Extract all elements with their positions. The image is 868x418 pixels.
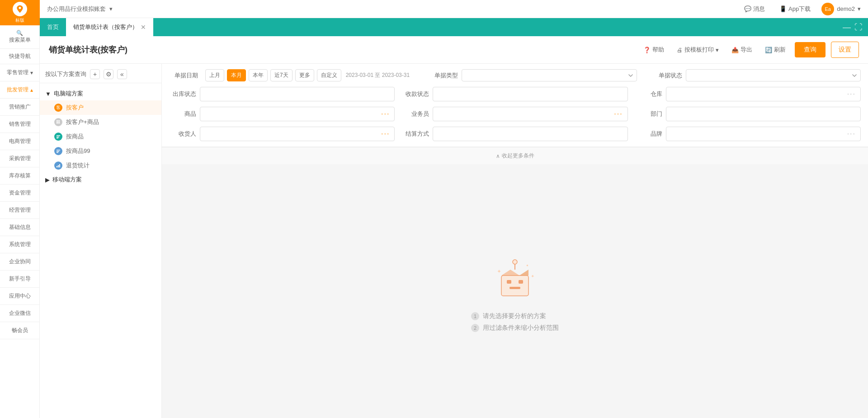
export-label: 导出 [741,46,752,54]
minimize-icon[interactable]: — [843,23,851,32]
collapse-panel-btn[interactable]: « [117,69,127,79]
order-type-label: 单据类型 [429,71,458,80]
date-btn-this-month[interactable]: 本月 [227,69,246,81]
svg-rect-11 [57,166,57,167]
filter-cell-brand: 品牌 ··· [635,127,861,141]
salesperson-dots: ··· [614,110,623,118]
payment-status-select[interactable] [433,87,627,101]
svg-rect-8 [57,150,60,151]
goods-scheme-icon [54,133,62,141]
settings-button[interactable]: 设置 [831,42,859,58]
filter-row-3: 商品 ··· 业务员 ··· 部门 [169,107,861,121]
dropdown-icon[interactable]: ▾ [109,5,113,12]
settlement-select[interactable] [433,127,627,141]
tree-child-goods[interactable]: 按商品 [40,129,161,144]
user-profile[interactable]: Ea demo2 ▾ [821,3,861,15]
date-btn-more[interactable]: 更多 [295,69,314,81]
date-btn-last-month[interactable]: 上月 [205,69,224,81]
query-button[interactable]: 查询 [795,42,826,57]
mobile-section-label: 移动端方案 [52,176,82,184]
hint2-num: 2 [471,324,479,332]
tab-sales-stats[interactable]: 销货单统计表（按客户） ✕ [66,18,153,36]
goods-filter-label: 商品 [169,110,196,118]
tab-close-icon[interactable]: ✕ [141,24,146,30]
date-btn-7days[interactable]: 近7天 [270,69,292,81]
tree-section: ▼ 电脑端方案 客 按客户 [40,83,161,190]
topbar-right: 💬 消息 📱 App下载 Ea demo2 ▾ [741,3,861,15]
customer-scheme-icon: 客 [54,104,62,112]
help-btn[interactable]: ❓ 帮助 [640,44,668,56]
stock-status-select[interactable] [200,87,395,101]
message-btn[interactable]: 💬 消息 [741,3,769,15]
sidebar-item-retail[interactable]: 零售管理 ▾ [0,64,39,81]
warehouse-input[interactable]: ··· [666,87,861,101]
settings-scheme-btn[interactable]: ⚙ [104,69,113,79]
sidebar-wholesale-label: 批发管理 [7,86,28,94]
department-select[interactable] [666,107,861,121]
filter-cell-warehouse: 仓库 ··· [635,87,861,101]
sidebar-sales-label: 销售管理 [9,120,31,128]
order-status-select[interactable] [686,69,861,81]
sidebar: 标版 🔍 搜索菜单 快捷导航 零售管理 ▾ 批发管理 ▴ 营销推广 销售管理 电… [0,0,40,418]
sidebar-item-sales[interactable]: 销售管理 [0,116,39,133]
template-print-btn[interactable]: 🖨 按模板打印 ▾ [673,44,722,56]
tree-child-customer[interactable]: 客 按客户 [40,100,161,115]
logo-icon [13,2,27,16]
tab-home[interactable]: 首页 [40,18,66,36]
sidebar-purchase-label: 采购管理 [9,155,31,162]
sidebar-collab-label: 企业协同 [9,258,31,266]
sidebar-item-basic[interactable]: 基础信息 [0,219,39,236]
svg-rect-1 [57,120,58,122]
sidebar-item-marketing[interactable]: 营销推广 [0,99,39,116]
tree-child-customer-goods[interactable]: 按客户+商品 [40,115,161,129]
template-print-label: 按模板打印 [684,46,714,54]
svg-rect-3 [57,122,58,124]
sidebar-item-collab[interactable]: 企业协同 [0,253,39,271]
body-split: 按以下方案查询 + ⚙ « ▼ 电脑端方案 [40,64,868,418]
export-btn[interactable]: 📤 导出 [728,44,756,56]
tree-parent-pc[interactable]: ▼ 电脑端方案 [40,87,161,100]
sidebar-app-label: 应用中心 [9,292,31,300]
sidebar-marketing-label: 营销推广 [9,103,31,111]
page-content: 销货单统计表(按客户) ❓ 帮助 🖨 按模板打印 ▾ 📤 导出 🔄 刷新 [40,36,868,418]
sidebar-item-stock[interactable]: 库存核算 [0,167,39,185]
tab-sales-stats-label: 销货单统计表（按客户） [73,23,138,31]
tree-parent-mobile[interactable]: ▶ 移动端方案 [40,173,161,186]
tree-child-returns[interactable]: 退货统计 [40,158,161,173]
app-download-btn[interactable]: 📱 App下载 [776,3,814,15]
maximize-icon[interactable]: ⛶ [854,23,863,32]
sidebar-item-ecom[interactable]: 电商管理 [0,133,39,150]
stock-status-label: 出库状态 [169,90,196,98]
sidebar-item-member[interactable]: 畅会员 [0,322,39,339]
sidebar-item-wholesale[interactable]: 批发管理 ▴ [0,81,39,99]
sidebar-item-purchase[interactable]: 采购管理 [0,150,39,167]
goods-input[interactable]: ··· [200,107,395,121]
sidebar-wechat-label: 企业微信 [9,309,31,317]
returns-scheme-icon [54,162,62,170]
sidebar-item-operation[interactable]: 经营管理 [0,202,39,219]
sidebar-item-finance[interactable]: 资金管理 [0,185,39,202]
sidebar-item-wechat[interactable]: 企业微信 [0,305,39,322]
retail-arrow-icon: ▾ [30,70,33,76]
filter-row-2: 出库状态 收款状态 仓库 ··· [169,87,861,101]
sidebar-nav-label: 快捷导航 [9,53,31,59]
sidebar-item-system[interactable]: 系统管理 [0,236,39,253]
salesperson-input[interactable]: ··· [433,107,627,121]
refresh-btn[interactable]: 🔄 刷新 [761,44,789,56]
receiver-input[interactable]: ··· [200,127,395,141]
date-btn-custom[interactable]: 自定义 [317,69,341,81]
sidebar-guide-label: 新手引导 [9,275,31,283]
collapse-bar[interactable]: ∧ 收起更多条件 [162,147,868,164]
sidebar-item-guide[interactable]: 新手引导 [0,271,39,288]
sidebar-search[interactable]: 🔍 搜索菜单 [0,25,39,49]
date-btn-this-year[interactable]: 本年 [249,69,268,81]
sidebar-logo: 标版 [0,0,40,25]
tree-child-goods99[interactable]: 按商品99 [40,144,161,158]
help-icon: ❓ [643,47,651,53]
order-type-select[interactable] [462,69,637,81]
sidebar-item-app[interactable]: 应用中心 [0,288,39,305]
svg-point-20 [513,260,517,264]
brand-input[interactable]: ··· [666,127,861,141]
add-scheme-btn[interactable]: + [90,69,100,79]
sidebar-nav[interactable]: 快捷导航 [0,49,39,64]
